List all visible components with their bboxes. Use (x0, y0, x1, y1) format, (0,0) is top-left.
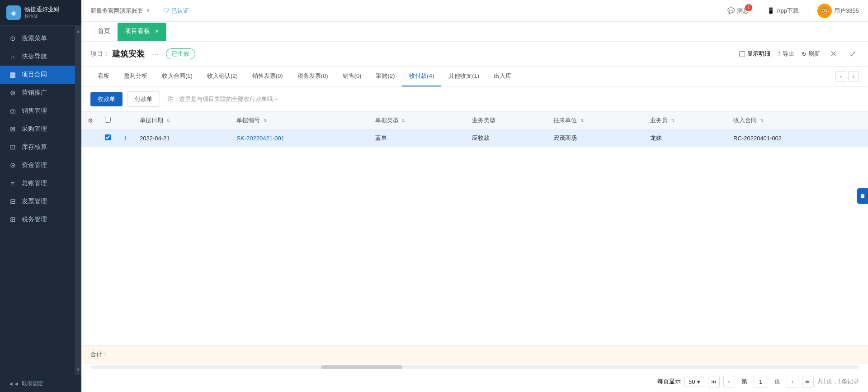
tab-project-board[interactable]: 项目看板 ✕ (118, 23, 166, 41)
close-button[interactable]: ✕ (827, 48, 840, 60)
ledger-icon: ≡ (8, 180, 17, 187)
biztype-column-label: 业务类型 (472, 117, 495, 124)
export-label: 导出 (783, 50, 794, 58)
show-detail-input[interactable] (739, 51, 745, 57)
salesperson-column-label: 业务员 (650, 117, 668, 124)
date-column-header[interactable]: 单据日期 ⇅ (134, 112, 231, 129)
prev-page-button[interactable]: ‹ (723, 376, 735, 387)
sidebar-item-label: 搜索菜单 (22, 34, 47, 43)
payment-bill-button[interactable]: 付款单 (127, 91, 160, 107)
scroll-down-arrow[interactable]: ▼ (75, 366, 81, 373)
sub-tab-income-confirm[interactable]: 收入确认(2) (200, 67, 245, 86)
sidebar-item-project[interactable]: ▦ 项目合同 (0, 66, 75, 84)
sub-tab-purchase[interactable]: 采购(2) (368, 67, 402, 86)
divider (808, 5, 808, 16)
docno-sort-icon[interactable]: ⇅ (263, 118, 267, 123)
sidebar-item-tax[interactable]: ⊞ 税务管理 (0, 210, 75, 229)
sub-tab-warehouse[interactable]: 出入库 (486, 67, 519, 86)
scrollbar-thumb[interactable] (321, 365, 402, 369)
sub-tab-income-contract-label: 收入合同(1) (162, 72, 193, 79)
page-total: 共1页，1条记录 (817, 378, 859, 386)
partner-column-label: 往来单位 (553, 117, 577, 124)
select-all-checkbox[interactable] (105, 117, 111, 123)
certified-text: 已认证 (171, 7, 189, 15)
doctype-sort-icon[interactable]: ⇅ (401, 118, 405, 123)
partner-sort-icon[interactable]: ⇅ (580, 118, 584, 123)
doctype-column-header[interactable]: 单据类型 ⇅ (370, 112, 467, 129)
date-column-label: 单据日期 (140, 117, 163, 124)
message-button[interactable]: 💬 消息 1 (727, 7, 749, 15)
date-sort-icon[interactable]: ⇅ (166, 118, 170, 123)
sub-tab-sales[interactable]: 销售(0) (335, 67, 369, 86)
next-page-button[interactable]: › (787, 376, 798, 387)
settings-icon[interactable]: ⚙ (88, 117, 93, 124)
show-detail-checkbox[interactable]: 显示明细 (739, 50, 770, 58)
row-doctype-cell: 蓝单 (370, 129, 467, 147)
partner-column-header[interactable]: 往来单位 ⇅ (548, 112, 645, 129)
row-checkbox-cell[interactable] (99, 129, 116, 147)
app-logo-icon: ◈ (6, 5, 21, 20)
biztype-column-header: 业务类型 (467, 112, 548, 129)
sidebar-item-inventory[interactable]: ⊡ 库存核算 (0, 138, 75, 156)
app-download-button[interactable]: 📱 App下载 (767, 7, 799, 15)
sub-tab-next-arrow[interactable]: › (848, 71, 859, 82)
sub-tab-income-contract[interactable]: 收入合同(1) (155, 67, 200, 86)
sub-tab-prev-arrow[interactable]: ‹ (835, 71, 846, 82)
receipt-bill-button[interactable]: 收款单 (90, 92, 123, 106)
top-header: 新服务官网演示账套 ▾ 🛡 已认证 💬 消息 1 📱 App下载 🐵 用户335… (81, 0, 868, 22)
sub-tab-tax-invoice-label: 税务发票(0) (297, 72, 328, 79)
project-actions: 显示明细 ⤴ 导出 ↻ 刷新 ✕ ⤢ (739, 48, 859, 60)
first-page-button[interactable]: ⏮ (708, 376, 720, 387)
expand-button[interactable]: ⤢ (847, 48, 859, 60)
sidebar-item-ledger[interactable]: ≡ 总账管理 (0, 174, 75, 192)
sidebar-item-label: 税务管理 (22, 215, 47, 224)
export-button[interactable]: ⤴ 导出 (778, 50, 794, 58)
sidebar-item-shortcut[interactable]: ⌂ 快捷导航 (0, 48, 75, 66)
settings-column-header[interactable]: ⚙ (81, 112, 99, 129)
table-row[interactable]: 1 2022-04-21 SK-20220421-001 蓝单 应收款 宏茂商场… (81, 129, 868, 147)
sub-tab-nav: ‹ › (835, 71, 859, 82)
sidebar-item-invoice[interactable]: ⊟ 发票管理 (0, 192, 75, 210)
data-table: ⚙ 单据日期 ⇅ 单据编号 ⇅ (81, 112, 868, 147)
current-page-input[interactable] (754, 376, 768, 387)
sub-tab-income-confirm-label: 收入确认(2) (207, 72, 238, 79)
sub-tab-board[interactable]: 看板 (90, 67, 117, 86)
message-icon: 💬 (727, 7, 735, 14)
salesperson-column-header[interactable]: 业务员 ⇅ (645, 112, 728, 129)
refresh-button[interactable]: ↻ 刷新 (802, 50, 820, 58)
scrollbar-track[interactable] (90, 365, 859, 369)
message-badge: 1 (745, 4, 752, 11)
page-size-select[interactable]: 50 ▾ (684, 377, 704, 387)
tab-close-icon[interactable]: ✕ (155, 28, 159, 34)
row-docno-cell[interactable]: SK-20220421-001 (231, 129, 369, 147)
docno-column-header[interactable]: 单据编号 ⇅ (231, 112, 369, 129)
checkbox-column-header[interactable] (99, 112, 116, 129)
sidebar-item-funds[interactable]: ⊝ 资金管理 (0, 156, 75, 174)
cancel-pin-button[interactable]: ◄◄ 取消固定 (0, 375, 81, 392)
tab-home[interactable]: 首页 (90, 23, 118, 41)
account-selector[interactable]: 新服务官网演示账套 ▾ (90, 7, 150, 15)
salesperson-sort-icon[interactable]: ⇅ (671, 118, 675, 123)
sub-tab-sales-invoice[interactable]: 销售发票(0) (245, 67, 290, 86)
project-more-button[interactable]: ··· (152, 49, 159, 59)
scroll-up-arrow[interactable]: ▲ (75, 28, 81, 34)
sidebar-item-sales[interactable]: ◎ 销售管理 (0, 102, 75, 120)
sub-tab-tax-invoice[interactable]: 税务发票(0) (290, 67, 335, 86)
divider (758, 5, 758, 16)
sub-tab-profit[interactable]: 盈利分析 (117, 67, 155, 86)
income-contract-column-header[interactable]: 收入合同 ⇅ (728, 112, 868, 129)
income-contract-sort-icon[interactable]: ⇅ (760, 118, 764, 123)
note-text: 注：这里是与项目关联的全部收付款单哦～ (167, 95, 279, 103)
sidebar-item-purchase[interactable]: ⊠ 采购管理 (0, 120, 75, 138)
row-docno-link[interactable]: SK-20220421-001 (236, 135, 284, 142)
sidebar-item-search[interactable]: ⊙ 搜索菜单 (0, 29, 75, 48)
refresh-icon: ↻ (802, 51, 807, 57)
tax-icon: ⊞ (8, 215, 17, 224)
sub-tab-receipt[interactable]: 收付款(4) (402, 67, 441, 86)
right-panel-toggle[interactable]: 📋 (857, 188, 868, 204)
sub-tab-other-expense[interactable]: 其他收支(1) (441, 67, 486, 86)
user-profile-button[interactable]: 🐵 用户3355 (817, 4, 859, 18)
row-checkbox[interactable] (105, 134, 111, 140)
last-page-button[interactable]: ⏭ (802, 376, 814, 387)
sidebar-item-marketing[interactable]: ⊛ 营销推广 (0, 84, 75, 102)
